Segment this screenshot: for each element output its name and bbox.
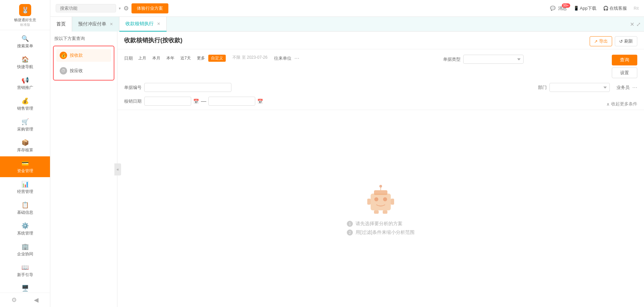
refresh-icon: ↺ [619, 39, 623, 44]
home-icon: 🏠 [21, 56, 29, 63]
tab-collection[interactable]: 收款核销执行 ✕ [119, 17, 167, 32]
export-button[interactable]: ↗ 导出 [590, 36, 612, 46]
content-area: 按以下方案查询 💰 按收款 ⏱ 按应收 « 收款核销执行(按收款) [50, 32, 644, 307]
tab-collection-close-icon[interactable]: ✕ [157, 21, 160, 26]
verify-date-label: 核销日期 [124, 98, 142, 104]
sidebar-item-label: 库存核算 [17, 147, 33, 153]
doc-no-input[interactable] [144, 83, 231, 92]
sidebar-item-operation[interactable]: 📊 经营管理 [0, 177, 50, 198]
online-service-link[interactable]: 🎧 在线客服 [603, 5, 627, 11]
verify-date-end-calendar-icon[interactable]: 📅 [257, 99, 263, 104]
enterprise-icon: 🏢 [21, 243, 29, 250]
sidebar-item-label: 采购管理 [17, 126, 33, 132]
date-btn-this-month[interactable]: 本月 [150, 55, 163, 62]
svg-rect-1 [374, 190, 387, 195]
dept-select[interactable] [549, 83, 610, 92]
maximize-tab-icon[interactable]: ⤢ [636, 21, 641, 27]
date-no-limit: 不限 [232, 55, 240, 60]
by-receivable-icon: ⏱ [60, 67, 67, 74]
left-panel-item-by-receipt[interactable]: 💰 按收款 [56, 49, 111, 62]
sidebar-item-search[interactable]: 🔍 搜索菜单 [0, 32, 50, 52]
doc-no-label: 单据编号 [124, 85, 142, 91]
sidebar-item-purchase[interactable]: 🛒 采购管理 [0, 115, 50, 136]
filter-settings-button[interactable]: 设置 [612, 67, 637, 78]
settings-gear-icon[interactable]: ⚙ [123, 5, 129, 12]
left-panel-collapse-btn[interactable]: « [114, 163, 121, 175]
header-right: 💬 99+ 消息 📱 App下载 🎧 在线客服 Rit [550, 5, 639, 11]
date-btn-last-month[interactable]: 上月 [136, 55, 149, 62]
tip-text-1: 请先选择要分析的方案 [356, 221, 402, 227]
date-btn-this-year[interactable]: 本年 [164, 55, 177, 62]
logo-icon: 🐰 [19, 4, 31, 16]
partner-dots-btn[interactable]: ··· [294, 55, 299, 62]
verify-date-start-calendar-icon[interactable]: 📅 [193, 99, 199, 104]
sidebar-item-basic[interactable]: 📋 基础信息 [0, 198, 50, 219]
doc-type-select[interactable] [463, 55, 524, 64]
svg-rect-0 [371, 194, 391, 210]
tab-bar: 首页 预付冲应付单 ✕ 收款核销执行 ✕ ✕ ⤢ [50, 17, 644, 32]
app-download-link[interactable]: 📱 App下载 [574, 5, 596, 11]
date-btn-more[interactable]: 更多 [194, 55, 208, 62]
empty-tip-2: 2 用[过滤]条件来缩小分析范围 [347, 229, 415, 236]
sidebar-item-shortcut[interactable]: 🏠 快捷导航 [0, 52, 50, 73]
filter-section: 日期 上月 本月 本年 近7天 更多 自定义 不限 至 2023-07-26 [117, 49, 644, 110]
empty-state: 1 请先选择要分析的方案 2 用[过滤]条件来缩小分析范围 [117, 110, 644, 307]
sidebar-item-label: 系统管理 [17, 231, 33, 236]
tab-home[interactable]: 首页 [50, 17, 72, 32]
search-input[interactable] [56, 4, 116, 12]
purchase-icon: 🛒 [21, 118, 29, 125]
left-panel-item-by-receivable[interactable]: ⏱ 按应收 [56, 64, 111, 77]
page-title: 收款核销执行(按收款) [124, 36, 637, 44]
staff-dots-btn[interactable]: ··· [632, 84, 637, 91]
sidebar-footer: ⚙ ◀︎ [0, 293, 50, 307]
sidebar-item-label: 销售管理 [17, 106, 33, 111]
export-icon: ↗ [594, 39, 598, 44]
sidebar: 🐰 畅捷通好生意 标准版 🔍 搜索菜单 🏠 快捷导航 📢 营销推广 💰 销售管理… [0, 0, 50, 307]
svg-rect-4 [367, 199, 371, 205]
date-quick-buttons: 上月 本月 本年 近7天 更多 自定义 [136, 55, 226, 62]
sidebar-item-marketing[interactable]: 📢 营销推广 [0, 73, 50, 94]
sidebar-item-hardware[interactable]: 🖥️ 智能硬件 [0, 281, 50, 293]
industry-solution-button[interactable]: 体验行业方案 [131, 3, 168, 13]
search-button[interactable]: 查询 [612, 55, 637, 65]
verify-date-start-input[interactable]: 2023-03-01 [144, 97, 191, 106]
sidebar-item-inventory[interactable]: 📦 库存核算 [0, 136, 50, 156]
svg-rect-7 [383, 210, 387, 214]
collapse-more-conditions-btn[interactable]: ∧ 收起更多条件 [606, 101, 637, 107]
sidebar-item-sales[interactable]: 💰 销售管理 [0, 94, 50, 115]
sidebar-item-label: 营销推广 [17, 85, 33, 91]
left-panel-title: 按以下方案查询 [53, 36, 114, 42]
empty-tip-1: 1 请先选择要分析的方案 [347, 221, 415, 227]
collapse-sidebar-icon[interactable]: ◀︎ [34, 296, 39, 304]
settings-footer-icon[interactable]: ⚙ [11, 296, 17, 304]
sidebar-item-label: 快捷导航 [17, 64, 33, 70]
verify-date-end-input[interactable]: 2023-07-21 [208, 97, 255, 106]
svg-rect-6 [374, 210, 379, 214]
dropdown-arrow-icon[interactable]: ▾ [119, 6, 121, 11]
sales-icon: 💰 [21, 97, 29, 105]
empty-tips: 1 请先选择要分析的方案 2 用[过滤]条件来缩小分析范围 [347, 221, 415, 236]
message-icon[interactable]: 💬 99+ 消息 [550, 5, 567, 11]
svg-point-3 [383, 197, 387, 201]
header-left: ▾ ⚙ 体验行业方案 [56, 3, 168, 13]
tab-prepay-close-icon[interactable]: ✕ [110, 22, 113, 27]
svg-rect-5 [391, 199, 394, 205]
sidebar-item-guide[interactable]: 📖 新手引导 [0, 260, 50, 281]
sidebar-item-finance[interactable]: 💳 资金管理 [0, 156, 50, 177]
partner-label: 往来单位 [274, 55, 291, 61]
system-icon: ⚙️ [21, 222, 29, 229]
date-btn-custom[interactable]: 自定义 [208, 55, 226, 62]
by-receivable-label: 按应收 [70, 68, 83, 74]
tab-prepay[interactable]: 预付冲应付单 ✕ [72, 17, 119, 32]
sidebar-item-enterprise[interactable]: 🏢 企业协同 [0, 240, 50, 260]
svg-point-2 [374, 197, 378, 201]
sidebar-item-system[interactable]: ⚙️ 系统管理 [0, 219, 50, 240]
close-tab-icon[interactable]: ✕ [630, 21, 634, 27]
user-avatar[interactable]: Rit [634, 6, 639, 11]
refresh-button[interactable]: ↺ 刷新 [615, 36, 637, 46]
top-header: ▾ ⚙ 体验行业方案 💬 99+ 消息 📱 App下载 🎧 在线客服 Rit [50, 0, 644, 17]
message-badge: 99+ [562, 3, 570, 8]
date-btn-7days[interactable]: 近7天 [178, 55, 194, 62]
finance-icon: 💳 [21, 160, 29, 167]
tab-collection-label: 收款核销执行 [125, 21, 154, 27]
